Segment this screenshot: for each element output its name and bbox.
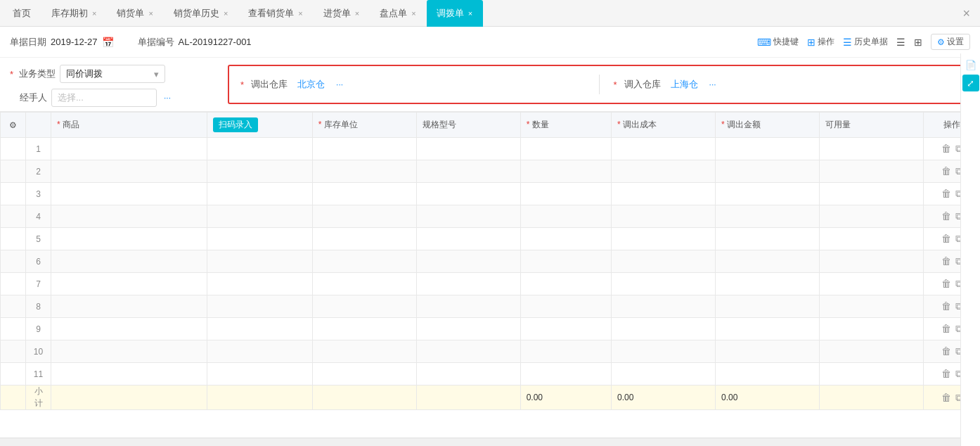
row-amount-9[interactable]: [716, 318, 820, 340]
row-qty-2[interactable]: [520, 160, 611, 183]
setting-button[interactable]: ⚙ 设置: [931, 34, 970, 50]
delete-icon-4[interactable]: 🗑: [941, 210, 951, 222]
row-qty-11[interactable]: [520, 363, 611, 386]
row-amount-11[interactable]: [716, 363, 820, 386]
row-cost-6[interactable]: [612, 250, 716, 273]
date-label: 单据日期: [10, 36, 46, 49]
tab-inventory-init[interactable]: 库存期初 ×: [41, 0, 107, 27]
tab-transfer[interactable]: 调拨单 ×: [427, 0, 483, 27]
row-cost-8[interactable]: [612, 295, 716, 318]
row-qty-10[interactable]: [520, 340, 611, 363]
row-cost-10[interactable]: [612, 340, 716, 363]
row-amount-1[interactable]: [716, 138, 820, 160]
row-product-9[interactable]: [51, 318, 207, 340]
row-available-2: [819, 160, 923, 183]
handler-more-icon[interactable]: ···: [164, 93, 171, 103]
row-amount-8[interactable]: [716, 295, 820, 318]
th-gear[interactable]: ⚙: [1, 113, 26, 138]
sidebar-expand-button[interactable]: ⤢: [962, 75, 979, 91]
subtotal-delete-icon[interactable]: 🗑: [941, 392, 951, 404]
history-button[interactable]: ☰ 历史单据: [843, 36, 888, 48]
row-product-3[interactable]: [51, 183, 207, 205]
out-warehouse-more-icon[interactable]: ···: [336, 79, 343, 89]
row-amount-5[interactable]: [716, 228, 820, 250]
row-qty-7[interactable]: [520, 273, 611, 295]
row-qty-9[interactable]: [520, 318, 611, 340]
row-product-6[interactable]: [51, 250, 207, 273]
tab-sales-order-close[interactable]: ×: [148, 9, 153, 18]
delete-icon-2[interactable]: 🗑: [941, 165, 951, 177]
tab-home[interactable]: 首页: [3, 0, 41, 27]
scan-button[interactable]: 扫码录入: [213, 117, 258, 132]
row-product-7[interactable]: [51, 273, 207, 295]
tab-inventory-close[interactable]: ×: [411, 9, 415, 18]
row-product-5[interactable]: [51, 228, 207, 250]
tab-view-sales-close[interactable]: ×: [298, 9, 302, 18]
row-available-7: [819, 273, 923, 295]
row-qty-3[interactable]: [520, 183, 611, 205]
row-qty-6[interactable]: [520, 250, 611, 273]
row-cost-2[interactable]: [612, 160, 716, 183]
row-scan-5: [207, 228, 312, 250]
row-qty-5[interactable]: [520, 228, 611, 250]
row-amount-3[interactable]: [716, 183, 820, 205]
row-product-2[interactable]: [51, 160, 207, 183]
delete-icon-7[interactable]: 🗑: [941, 278, 951, 290]
layout-toggle-1[interactable]: ☰: [896, 37, 905, 48]
delete-icon-11[interactable]: 🗑: [941, 368, 951, 380]
layout-toggle-2[interactable]: ⊞: [914, 37, 922, 48]
row-product-4[interactable]: [51, 205, 207, 228]
shortcut-button[interactable]: ⌨ 快捷键: [757, 36, 799, 48]
window-close-button[interactable]: ×: [955, 0, 977, 27]
table-row: 3 🗑 ⧉: [1, 183, 980, 205]
tab-purchase-close[interactable]: ×: [355, 9, 359, 18]
in-warehouse-value: 上海仓: [671, 78, 698, 91]
tab-sales-order[interactable]: 销货单 ×: [107, 0, 163, 27]
delete-icon-9[interactable]: 🗑: [941, 323, 951, 335]
row-gear-2: [1, 160, 26, 183]
row-cost-9[interactable]: [612, 318, 716, 340]
row-product-1[interactable]: [51, 138, 207, 160]
delete-icon-8[interactable]: 🗑: [941, 300, 951, 312]
row-qty-1[interactable]: [520, 138, 611, 160]
business-type-dropdown[interactable]: 同价调拨 ▾: [60, 65, 165, 83]
delete-icon-5[interactable]: 🗑: [941, 233, 951, 245]
row-amount-2[interactable]: [716, 160, 820, 183]
tab-view-sales[interactable]: 查看销货单 ×: [238, 0, 313, 27]
out-warehouse-field: * 调出仓库 北京仓 ···: [240, 78, 585, 91]
row-cost-1[interactable]: [612, 138, 716, 160]
row-product-8[interactable]: [51, 295, 207, 318]
handler-dropdown[interactable]: 选择...: [51, 89, 157, 107]
row-product-11[interactable]: [51, 363, 207, 386]
sidebar-doc-button[interactable]: 📄: [962, 56, 979, 73]
tab-transfer-close[interactable]: ×: [468, 9, 472, 18]
row-amount-4[interactable]: [716, 205, 820, 228]
tab-inventory[interactable]: 盘点单 ×: [370, 0, 426, 27]
delete-icon-10[interactable]: 🗑: [941, 345, 951, 357]
in-warehouse-more-icon[interactable]: ···: [709, 79, 716, 89]
row-product-10[interactable]: [51, 340, 207, 363]
row-amount-10[interactable]: [716, 340, 820, 363]
toolbar-row: 单据日期 2019-12-27 📅 单据编号 AL-20191227-001 ⌨…: [0, 27, 980, 58]
calendar-icon[interactable]: 📅: [102, 37, 114, 48]
tab-inventory-init-close[interactable]: ×: [92, 9, 96, 18]
row-cost-11[interactable]: [612, 363, 716, 386]
row-cost-4[interactable]: [612, 205, 716, 228]
tab-purchase[interactable]: 进货单 ×: [314, 0, 370, 27]
th-index: [26, 113, 51, 138]
tab-sales-history[interactable]: 销货单历史 ×: [164, 0, 238, 27]
delete-icon-1[interactable]: 🗑: [941, 143, 951, 155]
horizontal-scrollbar[interactable]: [0, 438, 980, 446]
row-index-8: 8: [26, 295, 51, 318]
row-cost-3[interactable]: [612, 183, 716, 205]
tab-sales-history-close[interactable]: ×: [224, 9, 228, 18]
operation-button[interactable]: ⊞ 操作: [807, 36, 834, 48]
row-qty-4[interactable]: [520, 205, 611, 228]
row-amount-7[interactable]: [716, 273, 820, 295]
delete-icon-3[interactable]: 🗑: [941, 188, 951, 200]
row-cost-5[interactable]: [612, 228, 716, 250]
row-cost-7[interactable]: [612, 273, 716, 295]
delete-icon-6[interactable]: 🗑: [941, 255, 951, 267]
row-qty-8[interactable]: [520, 295, 611, 318]
row-amount-6[interactable]: [716, 250, 820, 273]
